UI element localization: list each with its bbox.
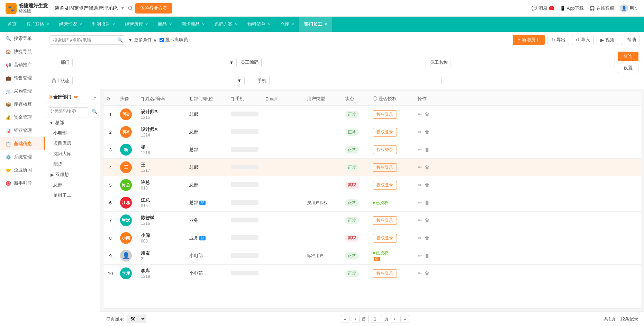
dept-tree-zhishu[interactable]: 植树王二 bbox=[45, 190, 100, 201]
tab-history-close[interactable]: ✕ bbox=[145, 22, 148, 27]
dept-sort[interactable]: ⇅ 部门/职位 bbox=[189, 96, 225, 102]
dept-tree-root[interactable]: ▼ 总部 bbox=[45, 117, 100, 128]
edit-button[interactable]: ✏ bbox=[418, 235, 422, 241]
add-employee-button[interactable]: + 新增员工 bbox=[513, 35, 544, 45]
dept-search-icon[interactable]: 🔍 bbox=[92, 109, 97, 114]
emp-status-select[interactable]: ▼ bbox=[72, 76, 245, 85]
sidebar-item-search[interactable]: 🔍 搜索菜单 bbox=[0, 32, 45, 45]
auth-login-button[interactable]: 授权登录 bbox=[373, 128, 397, 136]
edit-button[interactable]: ✏ bbox=[418, 218, 422, 223]
try-plan-button[interactable]: 体验行业方案 bbox=[135, 3, 172, 14]
edit-button[interactable]: ✏ bbox=[418, 253, 422, 258]
sidebar-item-nav[interactable]: 🏠 快捷导航 bbox=[0, 45, 45, 58]
phone-input[interactable] bbox=[269, 76, 442, 85]
more-filter-button[interactable]: ▼ 更多条件 ∧ bbox=[128, 37, 157, 43]
settings-icon[interactable]: ⚙ bbox=[128, 5, 133, 11]
tab-operation[interactable]: 经营情况 ✕ bbox=[54, 17, 87, 32]
tab-customer-close[interactable]: ✕ bbox=[46, 22, 49, 27]
sidebar-item-guide[interactable]: 🎯 新手引导 bbox=[0, 177, 45, 190]
search-button[interactable]: 🔍 bbox=[117, 37, 123, 43]
show-resigned-checkbox[interactable] bbox=[160, 38, 164, 42]
edit-button[interactable]: ✏ bbox=[418, 200, 422, 205]
export-button[interactable]: ↻ 导出 bbox=[547, 35, 569, 45]
emp-code-input[interactable] bbox=[261, 58, 426, 67]
collapse-icon[interactable]: « bbox=[94, 95, 97, 100]
delete-button[interactable]: 🗑 bbox=[425, 218, 429, 223]
view-button[interactable]: ▶ 视频 bbox=[597, 35, 618, 45]
delete-button[interactable]: 🗑 bbox=[425, 271, 429, 276]
auth-login-button[interactable]: 授权登录 bbox=[373, 234, 397, 243]
dept-select[interactable]: ▼ bbox=[72, 58, 237, 67]
edit-button[interactable]: ✏ bbox=[418, 165, 422, 170]
tab-warehouse[interactable]: 仓库 ✕ bbox=[275, 17, 299, 32]
edit-button[interactable]: ✏ bbox=[418, 182, 422, 188]
user-button[interactable]: 👤 用友 bbox=[620, 4, 638, 12]
tab-home[interactable]: 首页 bbox=[3, 17, 21, 32]
sidebar-item-collab[interactable]: 🤝 企业协同 bbox=[0, 164, 45, 177]
delete-button[interactable]: 🗑 bbox=[425, 129, 429, 135]
tab-profit-close[interactable]: ✕ bbox=[112, 22, 115, 27]
tab-barcode[interactable]: 条码方案 ✕ bbox=[210, 17, 243, 32]
sidebar-item-system[interactable]: ⚙️ 系统管理 bbox=[0, 150, 45, 164]
sidebar-item-sales[interactable]: 💼 销售管理 bbox=[0, 71, 45, 85]
first-page-button[interactable]: « bbox=[341, 315, 350, 323]
help-button[interactable]: | 帮助 bbox=[621, 35, 640, 45]
sidebar-item-marketing[interactable]: 📢 营销推广 bbox=[0, 58, 45, 71]
edit-button[interactable]: ✏ bbox=[418, 271, 422, 276]
edit-button[interactable]: ✏ bbox=[418, 129, 422, 135]
sidebar-item-purchase[interactable]: 🛒 采购管理 bbox=[0, 85, 45, 98]
prev-page-button[interactable]: ‹ bbox=[352, 315, 359, 323]
tab-barcode-close[interactable]: ✕ bbox=[235, 22, 238, 27]
th-name-code[interactable]: ⇅ 姓名/编码 bbox=[138, 92, 187, 106]
tab-customer[interactable]: 客户联络 ✕ bbox=[21, 17, 54, 32]
tab-employees-close[interactable]: ✕ bbox=[324, 22, 327, 27]
set-button[interactable]: 设置 bbox=[618, 63, 638, 73]
auth-login-button[interactable]: 授权登录 bbox=[373, 216, 397, 225]
dept-tree-zongbu[interactable]: 总部 bbox=[45, 180, 100, 190]
delete-button[interactable]: 🗑 bbox=[425, 200, 429, 205]
emp-name-input[interactable] bbox=[451, 58, 615, 67]
sidebar-item-inventory[interactable]: 📦 库存核算 bbox=[0, 98, 45, 111]
last-page-button[interactable]: » bbox=[400, 315, 409, 323]
auth-login-button[interactable]: 授权登录 bbox=[373, 163, 397, 172]
tab-profit[interactable]: 利润报告 ✕ bbox=[87, 17, 120, 32]
tab-bom-close[interactable]: ✕ bbox=[267, 22, 271, 27]
per-page-select[interactable]: 50 100 bbox=[127, 315, 146, 323]
query-button[interactable]: 查询 bbox=[618, 52, 638, 61]
sidebar-item-basic[interactable]: 📋 基础信息 bbox=[0, 137, 45, 150]
name-sort[interactable]: ⇅ 姓名/编码 bbox=[141, 96, 184, 102]
tab-goods[interactable]: 商品 ✕ bbox=[153, 17, 177, 32]
auth-login-button[interactable]: 授权登录 bbox=[373, 146, 397, 154]
dept-tree-peihuo[interactable]: 配货 bbox=[45, 159, 100, 169]
message-button[interactable]: 💬 消息 5 bbox=[532, 5, 554, 11]
search-input[interactable] bbox=[49, 35, 125, 45]
sidebar-item-business[interactable]: 📊 经营管理 bbox=[0, 124, 45, 137]
edit-button[interactable]: ✏ bbox=[418, 112, 422, 117]
dept-tree-xiangmu[interactable]: 项目库房 bbox=[45, 138, 100, 149]
phone-sort[interactable]: ⇅ 手机 bbox=[231, 96, 260, 102]
th-dept[interactable]: ⇅ 部门/职位 bbox=[187, 92, 228, 106]
edit-button[interactable]: ✏ bbox=[418, 147, 422, 152]
tab-goods-close[interactable]: ✕ bbox=[169, 22, 172, 27]
tab-employees[interactable]: 部门员工 ✕ bbox=[299, 17, 332, 32]
dept-search-input[interactable] bbox=[48, 107, 89, 115]
th-phone[interactable]: ⇅ 手机 bbox=[228, 92, 263, 106]
tab-operation-close[interactable]: ✕ bbox=[79, 22, 82, 27]
app-download-button[interactable]: 📱 App下载 bbox=[560, 5, 584, 11]
dropdown-arrow-icon[interactable]: ▼ bbox=[120, 6, 125, 11]
auth-login-button[interactable]: 授权登录 bbox=[373, 269, 397, 278]
auth-login-button[interactable]: 授权登录 bbox=[373, 181, 397, 190]
edit-dept-icon[interactable]: ✏ bbox=[74, 94, 78, 100]
delete-button[interactable]: 🗑 bbox=[425, 112, 429, 117]
tab-add-goods-close[interactable]: ✕ bbox=[202, 22, 205, 27]
tab-add-goods[interactable]: 新增商品 ✕ bbox=[177, 17, 210, 32]
tab-history[interactable]: 经营历程 ✕ bbox=[120, 17, 153, 32]
sidebar-item-finance[interactable]: 💰 资金管理 bbox=[0, 111, 45, 124]
delete-button[interactable]: 🗑 bbox=[425, 182, 429, 188]
delete-button[interactable]: 🗑 bbox=[425, 165, 429, 170]
page-input[interactable] bbox=[368, 315, 382, 323]
dept-tree-xiaodibu[interactable]: 小电部 bbox=[45, 128, 100, 138]
tab-bom[interactable]: 物料清单 ✕ bbox=[243, 17, 275, 32]
next-page-button[interactable]: › bbox=[391, 315, 398, 323]
auth-login-button[interactable]: 授权登录 bbox=[373, 110, 397, 119]
